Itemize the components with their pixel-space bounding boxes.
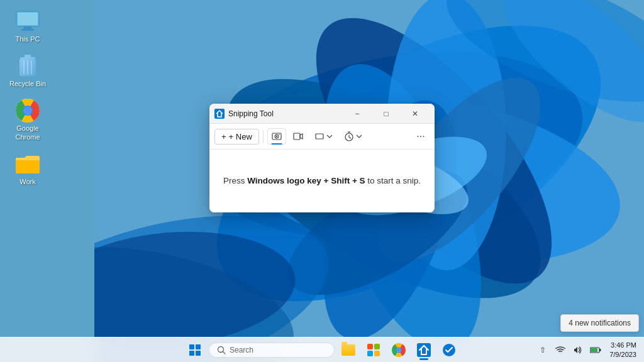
battery-indicator-icon [590,346,601,354]
work-folder-icon-image [15,151,40,177]
close-button[interactable]: ✕ [401,104,430,124]
chrome-icon-image [15,98,40,123]
volume-speaker-icon [573,346,583,354]
taskbar: Search [0,337,644,362]
svg-rect-50 [599,349,601,351]
search-icon [217,346,226,354]
recycle-bin-label: Recycle Bin [9,80,46,88]
svg-rect-25 [25,55,31,58]
timer-icon [344,131,354,141]
taskbar-center: Search [184,339,460,361]
search-bar[interactable]: Search [209,343,335,358]
timer-button[interactable] [340,128,367,145]
taskbar-right: ⇧ [535,339,639,360]
timer-dropdown-icon [356,134,362,138]
svg-rect-39 [294,133,300,140]
title-bar: Snipping Tool − □ ✕ [209,104,435,124]
notification-text: 4 new notifications [569,319,631,327]
toolbar: + + New [209,124,435,150]
shape-dropdown-icon [326,134,333,138]
ms-store-icon [367,344,380,356]
desktop-icon-recycle-bin[interactable]: Recycle Bin [6,51,49,90]
svg-point-37 [276,136,277,137]
taskbar-chrome-icon [392,343,406,357]
desktop-icon-this-pc[interactable]: This PC [6,6,49,46]
video-icon [293,131,303,141]
clock[interactable]: 3:46 PM 7/9/2023 [607,339,639,360]
this-pc-label: This PC [15,35,40,43]
notification-toast[interactable]: 4 new notifications [560,314,639,332]
clock-date: 7/9/2023 [609,350,636,359]
svg-point-38 [279,134,280,135]
windows-logo-icon [189,344,201,356]
snipping-tool-window: Snipping Tool − □ ✕ + + New [209,104,435,212]
new-btn-label: + New [229,132,252,141]
wifi-signal-icon [555,346,565,354]
svg-rect-21 [18,13,38,25]
battery-icon[interactable] [588,343,603,358]
minimize-button[interactable]: − [343,104,372,124]
svg-rect-22 [24,26,31,29]
desktop: This PC [0,0,644,362]
new-button[interactable]: + + New [214,129,259,145]
svg-rect-23 [21,29,34,31]
video-mode-button[interactable] [289,128,308,145]
taskbar-snipping-tool[interactable] [413,339,435,361]
show-hidden-icons-button[interactable]: ⇧ [535,343,550,358]
desktop-icon-work[interactable]: Work [6,149,49,189]
title-controls: − □ ✕ [343,104,430,124]
new-btn-plus: + [221,132,226,141]
work-folder-label: Work [19,178,35,186]
chrome-label: Google Chrome [9,124,47,141]
window-title: Snipping Tool [228,109,274,118]
taskbar-file-explorer[interactable] [337,339,360,361]
content-area: Press Windows logo key + Shift + S to st… [209,150,435,212]
hint-shortcut: Windows logo key + Shift + S [247,176,365,185]
taskbar-other-app[interactable] [438,339,460,361]
maximize-button[interactable]: □ [372,104,401,124]
shape-mode-button[interactable] [310,128,337,145]
volume-icon[interactable] [570,343,586,358]
more-options-icon: ··· [416,131,425,142]
start-button[interactable] [184,339,206,361]
svg-line-43 [223,351,226,354]
svg-rect-40 [316,134,323,139]
screenshot-icon [272,131,282,141]
this-pc-icon-image [15,9,40,34]
file-explorer-icon [341,344,355,356]
system-tray: ⇧ [535,343,603,358]
svg-point-46 [397,348,401,352]
taskbar-microsoft-store[interactable] [362,339,385,361]
taskbar-snipping-icon [417,343,431,357]
toolbar-separator-1 [263,130,264,143]
desktop-icon-google-chrome[interactable]: Google Chrome [6,96,49,143]
wifi-icon[interactable] [553,343,568,358]
desktop-icons: This PC [6,6,49,189]
rectangle-shape-icon [314,131,325,141]
title-bar-left: Snipping Tool [214,109,274,119]
svg-rect-51 [591,348,597,352]
svg-point-33 [25,107,31,114]
recycle-bin-icon-image [15,53,40,79]
chevron-up-icon: ⇧ [540,346,546,354]
taskbar-chrome[interactable] [387,339,410,361]
snipping-tool-app-icon [214,109,225,119]
clock-time: 3:46 PM [611,341,636,349]
search-placeholder: Search [230,346,253,354]
more-options-button[interactable]: ··· [412,128,430,145]
screenshot-mode-button[interactable] [267,128,286,145]
hint-text: Press Windows logo key + Shift + S to st… [223,175,421,187]
taskbar-other-icon [442,343,456,357]
